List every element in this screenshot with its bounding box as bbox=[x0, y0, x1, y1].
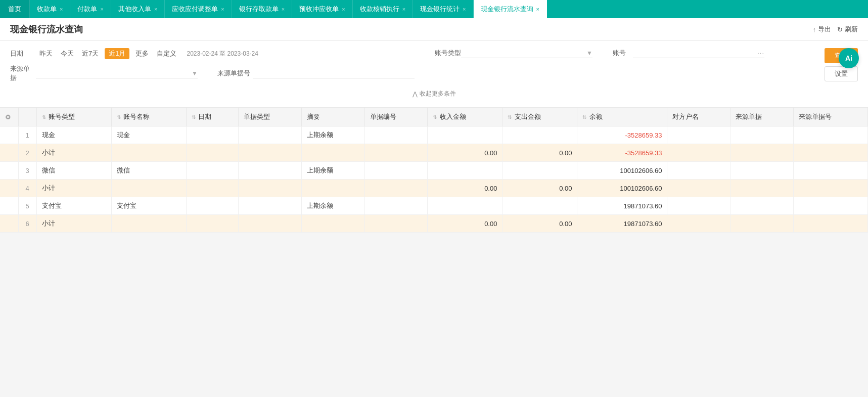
account-name-cell: 现金 bbox=[111, 126, 186, 144]
account-ellipsis[interactable]: ··· bbox=[757, 49, 764, 57]
nav-tab-2[interactable]: 付款单 × bbox=[70, 0, 111, 18]
expense-cell: 0.00 bbox=[502, 215, 577, 233]
th-account-name[interactable]: ⇅ 账号名称 bbox=[111, 108, 186, 126]
sort-expense-icon: ⇅ bbox=[508, 114, 512, 120]
table-row: 4小计0.000.00100102606.60 bbox=[0, 180, 868, 197]
nav-tab-4-label: 应收应付调整单 bbox=[172, 5, 218, 14]
nav-home[interactable]: 首页 bbox=[0, 0, 30, 18]
nav-tab-8[interactable]: 现金银行统计 × bbox=[413, 0, 473, 18]
row-gear-cell bbox=[0, 180, 18, 197]
th-account-name-label: 账号名称 bbox=[123, 113, 150, 120]
th-doc-type: 单据类型 bbox=[239, 108, 302, 126]
refresh-icon: ↻ bbox=[837, 26, 843, 33]
source-doc-no-cell bbox=[793, 180, 867, 197]
income-cell: 0.00 bbox=[428, 144, 502, 162]
account-type-dropdown-icon[interactable]: ▼ bbox=[586, 50, 592, 57]
nav-tab-8-label: 现金银行统计 bbox=[420, 5, 460, 14]
collapse-bar[interactable]: ⋀ 收起更多条件 bbox=[10, 87, 858, 102]
nav-tab-4[interactable]: 应收应付调整单 × bbox=[165, 0, 232, 18]
th-balance[interactable]: ⇅ 余额 bbox=[577, 108, 667, 126]
nav-tab-2-close[interactable]: × bbox=[100, 6, 103, 12]
date-btn-1month[interactable]: 近1月 bbox=[105, 48, 129, 59]
date-btn-7days[interactable]: 近7天 bbox=[80, 48, 101, 59]
export-button[interactable]: ↑ 导出 bbox=[813, 25, 832, 34]
nav-tab-7[interactable]: 收款核销执行 × bbox=[353, 0, 413, 18]
doc-type-cell bbox=[239, 126, 302, 144]
income-cell bbox=[428, 162, 502, 180]
nav-tab-9-close[interactable]: × bbox=[536, 6, 539, 12]
account-input-wrap: ··· bbox=[633, 48, 764, 58]
account-type-cell: 现金 bbox=[36, 126, 111, 144]
nav-tab-6[interactable]: 预收冲应收单 × bbox=[292, 0, 352, 18]
table-row: 2小计0.000.00-3528659.33 bbox=[0, 144, 868, 162]
nav-tab-3[interactable]: 其他收入单 × bbox=[111, 0, 165, 18]
source-doc-input[interactable] bbox=[36, 69, 192, 77]
nav-tab-5-close[interactable]: × bbox=[282, 6, 285, 12]
th-doc-type-label: 单据类型 bbox=[244, 113, 270, 120]
date-cell bbox=[186, 197, 239, 215]
nav-tab-9[interactable]: 现金银行流水查询 × bbox=[474, 0, 547, 18]
nav-tab-2-label: 付款单 bbox=[77, 5, 97, 14]
account-input[interactable] bbox=[633, 49, 757, 57]
top-navigation: 首页 收款单 × 付款单 × 其他收入单 × 应收应付调整单 × 银行存取款单 … bbox=[0, 0, 868, 18]
summary-cell: 上期余额 bbox=[301, 162, 364, 180]
th-income[interactable]: ⇅ 收入金额 bbox=[428, 108, 502, 126]
date-btn-yesterday[interactable]: 昨天 bbox=[37, 48, 55, 59]
nav-tab-1[interactable]: 收款单 × bbox=[30, 0, 70, 18]
account-type-cell: 微信 bbox=[36, 162, 111, 180]
source-doc-no-input-wrap bbox=[253, 68, 415, 78]
th-expense[interactable]: ⇅ 支出金额 bbox=[502, 108, 577, 126]
nav-tab-5[interactable]: 银行存取款单 × bbox=[232, 0, 292, 18]
doc-type-cell bbox=[239, 162, 302, 180]
source-doc-no-input[interactable] bbox=[253, 69, 415, 77]
source-doc-cell bbox=[730, 197, 794, 215]
nav-tab-7-close[interactable]: × bbox=[402, 6, 405, 12]
nav-tab-4-close[interactable]: × bbox=[221, 6, 224, 12]
balance-cell: 100102606.60 bbox=[577, 162, 667, 180]
th-date-label: 日期 bbox=[198, 113, 211, 120]
nav-tab-8-close[interactable]: × bbox=[463, 6, 466, 12]
summary-cell bbox=[301, 215, 364, 233]
row-number: 5 bbox=[18, 197, 36, 215]
nav-tab-3-label: 其他收入单 bbox=[118, 5, 151, 14]
sort-income-icon: ⇅ bbox=[433, 114, 437, 120]
doc-type-cell bbox=[239, 215, 302, 233]
nav-tab-6-close[interactable]: × bbox=[342, 6, 345, 12]
source-doc-no-cell bbox=[793, 126, 867, 144]
account-name-cell bbox=[111, 144, 186, 162]
source-doc-label: 来源单据 bbox=[10, 64, 36, 82]
data-table-container: ⚙ ⇅ 账号类型 ⇅ 账号名称 ⇅ 日期 单据类型 bbox=[0, 108, 868, 233]
nav-tab-1-label: 收款单 bbox=[37, 5, 57, 14]
source-doc-dropdown-icon[interactable]: ▼ bbox=[192, 70, 198, 77]
refresh-button[interactable]: ↻ 刷新 bbox=[837, 25, 858, 34]
table-header-row: ⚙ ⇅ 账号类型 ⇅ 账号名称 ⇅ 日期 单据类型 bbox=[0, 108, 868, 126]
date-btn-today[interactable]: 今天 bbox=[59, 48, 76, 59]
collapse-icon: ⋀ bbox=[413, 91, 418, 98]
nav-home-label: 首页 bbox=[8, 5, 21, 14]
header-actions: ↑ 导出 ↻ 刷新 bbox=[813, 25, 858, 34]
th-source-doc: 来源单据 bbox=[730, 108, 794, 126]
expense-cell: 0.00 bbox=[502, 144, 577, 162]
account-name-cell: 微信 bbox=[111, 162, 186, 180]
settings-button[interactable]: 设置 bbox=[825, 66, 858, 81]
account-type-input[interactable] bbox=[461, 49, 586, 57]
account-name-cell bbox=[111, 215, 186, 233]
nav-tab-9-label: 现金银行流水查询 bbox=[481, 5, 533, 14]
date-btn-more[interactable]: 更多 bbox=[133, 48, 151, 59]
table-row: 5支付宝支付宝上期余额19871073.60 bbox=[0, 197, 868, 215]
nav-tab-3-close[interactable]: × bbox=[154, 6, 157, 12]
page-header: 现金银行流水查询 ↑ 导出 ↻ 刷新 bbox=[0, 18, 868, 41]
table-settings-icon[interactable]: ⚙ bbox=[5, 113, 11, 121]
th-date[interactable]: ⇅ 日期 bbox=[186, 108, 239, 126]
nav-tab-1-close[interactable]: × bbox=[60, 6, 63, 12]
th-account-type[interactable]: ⇅ 账号类型 bbox=[36, 108, 111, 126]
export-label: 导出 bbox=[818, 25, 831, 34]
doc-type-cell bbox=[239, 197, 302, 215]
th-source-doc-no: 来源单据号 bbox=[793, 108, 867, 126]
date-btn-custom[interactable]: 自定义 bbox=[155, 48, 178, 59]
ai-assistant-button[interactable]: Ai bbox=[839, 48, 859, 68]
row-number: 1 bbox=[18, 126, 36, 144]
account-type-cell: 支付宝 bbox=[36, 197, 111, 215]
row-gear-cell bbox=[0, 144, 18, 162]
doc-no-cell bbox=[364, 215, 428, 233]
